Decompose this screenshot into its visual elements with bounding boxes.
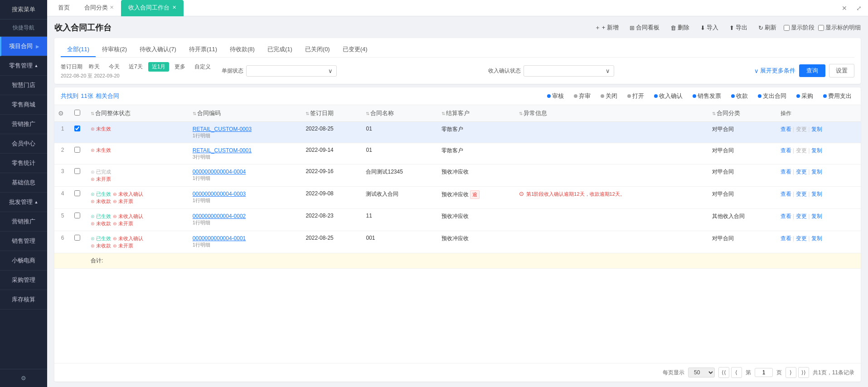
sidebar-item-marketing[interactable]: 营销推广: [0, 115, 47, 134]
copy-link[interactable]: 复制: [811, 213, 822, 219]
contract-link[interactable]: RETAIL_CUSTOM-0001: [193, 147, 252, 154]
date-opt-1month[interactable]: 近1月: [148, 62, 170, 72]
sidebar-item-inventory[interactable]: 库存核算: [0, 290, 47, 310]
filter-tab-changed[interactable]: 已变更(4): [336, 43, 374, 57]
filter-tab-closed[interactable]: 已关闭(0): [299, 43, 336, 57]
sidebar-item-stats[interactable]: 零售统计: [0, 154, 47, 173]
action-abandon[interactable]: 弃审: [571, 91, 593, 101]
tab-income-contracts[interactable]: 收入合同工作台 ✕: [121, 0, 184, 16]
sidebar-settings[interactable]: ⚙: [0, 369, 47, 387]
row-checkbox[interactable]: [71, 231, 87, 253]
row-checkbox[interactable]: [71, 209, 87, 231]
edit-link[interactable]: 变更: [796, 213, 807, 219]
copy-link[interactable]: 复制: [811, 147, 822, 154]
action-expense-contract[interactable]: 支出合同: [755, 91, 789, 101]
action-open[interactable]: 打开: [625, 91, 647, 101]
filter-tab-completed[interactable]: 已完成(1): [261, 43, 299, 57]
show-detail-checkbox[interactable]: 显示标的明细: [818, 24, 861, 32]
tab-active-close[interactable]: ✕: [172, 5, 176, 10]
view-link[interactable]: 查看: [781, 191, 791, 197]
delete-button[interactable]: 🗑 删除: [667, 22, 693, 34]
edit-link[interactable]: 变更: [796, 169, 807, 175]
search-button[interactable]: 查询: [799, 64, 825, 77]
action-collect[interactable]: 收款: [728, 91, 751, 101]
next-page-btn[interactable]: ⟩: [786, 367, 796, 378]
show-detail-input[interactable]: [818, 25, 824, 31]
action-audit[interactable]: 审核: [544, 91, 567, 101]
tab-contracts[interactable]: 合同分类 ✕: [77, 0, 121, 16]
view-link[interactable]: 查看: [781, 213, 791, 219]
filter-tab-all[interactable]: 全部(11): [61, 43, 96, 57]
col-checkbox[interactable]: [71, 105, 87, 122]
copy-link[interactable]: 复制: [811, 126, 822, 132]
edit-link[interactable]: 变更: [796, 147, 807, 154]
sidebar-item-basic[interactable]: 基础信息: [0, 173, 47, 193]
view-link[interactable]: 查看: [781, 147, 791, 154]
refresh-button[interactable]: ↻ 刷新: [755, 22, 780, 34]
kanban-button[interactable]: ⊞ 合同看板: [626, 22, 663, 34]
row-checkbox[interactable]: [71, 187, 87, 209]
action-close[interactable]: 关闭: [598, 91, 620, 101]
prev-page-btn[interactable]: ⟨: [731, 367, 742, 378]
contract-link[interactable]: 0000000000004-0002: [193, 213, 246, 219]
page-input[interactable]: [755, 368, 773, 377]
filter-tab-pending-audit[interactable]: 待审核(2): [96, 43, 133, 57]
sidebar-item-xiaochang[interactable]: 小畅电商: [0, 251, 47, 271]
expand-more-btn[interactable]: ∨ 展开更多条件: [754, 67, 795, 75]
sidebar-search[interactable]: 搜索菜单: [0, 0, 47, 19]
date-opt-today[interactable]: 今天: [105, 62, 123, 72]
filter-tab-pending-payment[interactable]: 待收款(8): [223, 43, 261, 57]
show-stage-input[interactable]: [784, 25, 790, 31]
copy-link[interactable]: 复制: [811, 191, 822, 197]
col-settings[interactable]: ⚙: [54, 105, 71, 122]
income-confirm-select[interactable]: ∨: [524, 65, 614, 77]
action-sales-invoice[interactable]: 销售发票: [690, 91, 724, 101]
view-link[interactable]: 查看: [781, 235, 791, 242]
view-link[interactable]: 查看: [781, 169, 791, 175]
settings-icon[interactable]: ⚙: [58, 110, 64, 117]
copy-link[interactable]: 复制: [811, 235, 822, 242]
contract-link[interactable]: RETAIL_CUSTOM-0003: [193, 126, 252, 132]
contract-link[interactable]: 0000000000004-0003: [193, 191, 246, 197]
table-scroll[interactable]: ⚙ 合同整体状态 合同编码 签: [54, 105, 861, 363]
show-stage-checkbox[interactable]: 显示阶段: [784, 24, 815, 32]
sidebar-item-retail[interactable]: 零售管理: [0, 56, 47, 76]
sidebar-item-smartstore[interactable]: 智慧门店: [0, 76, 47, 95]
page-size-select[interactable]: 50 100 200: [688, 368, 715, 377]
date-opt-custom[interactable]: 自定义: [191, 62, 214, 72]
action-income-confirm[interactable]: 收入确认: [651, 91, 685, 101]
edit-link[interactable]: 变更: [796, 126, 807, 132]
action-expense-out[interactable]: 费用支出: [820, 91, 854, 101]
date-opt-7days[interactable]: 近7天: [125, 62, 146, 72]
action-purchase[interactable]: 采购: [794, 91, 816, 101]
edit-link[interactable]: 变更: [796, 235, 807, 242]
doc-status-select[interactable]: ∨: [246, 65, 337, 77]
contract-link[interactable]: 0000000000004-0001: [193, 235, 246, 242]
select-all-checkbox[interactable]: [74, 110, 80, 116]
window-close-btn[interactable]: ✕: [839, 4, 850, 13]
last-page-btn[interactable]: ⟩⟩: [798, 367, 809, 378]
date-opt-more[interactable]: 更多: [171, 62, 189, 72]
date-opt-yesterday[interactable]: 昨天: [85, 62, 103, 72]
sidebar-item-member[interactable]: 会员中心: [0, 134, 47, 154]
filter-tab-pending-confirm[interactable]: 待收入确认(7): [133, 43, 183, 57]
sidebar-item-mktg2[interactable]: 营销推广: [0, 212, 47, 232]
settings-button[interactable]: 设置: [829, 64, 854, 77]
copy-link[interactable]: 复制: [811, 169, 822, 175]
sidebar-item-online[interactable]: 零售商城: [0, 95, 47, 115]
sidebar-item-wholesale[interactable]: 批发管理: [0, 193, 47, 212]
export-button[interactable]: ⬆ 导出: [726, 22, 751, 34]
add-button[interactable]: ＋ + 新增: [591, 22, 622, 34]
window-maximize-btn[interactable]: ⤢: [853, 4, 864, 13]
import-button[interactable]: ⬇ 导入: [697, 22, 722, 34]
sidebar-item-project[interactable]: 项目合同 ▶: [0, 37, 47, 56]
sidebar-item-sales[interactable]: 销售管理: [0, 232, 47, 251]
contract-link[interactable]: 0000000000004-0004: [193, 169, 246, 175]
row-checkbox[interactable]: [71, 122, 87, 143]
tab-home[interactable]: 首页: [51, 0, 77, 16]
edit-link[interactable]: 变更: [796, 191, 807, 197]
view-link[interactable]: 查看: [781, 126, 791, 132]
tab-contracts-close[interactable]: ✕: [110, 5, 114, 10]
filter-tab-pending-invoice[interactable]: 待开票(11): [183, 43, 223, 57]
row-checkbox[interactable]: [71, 143, 87, 164]
